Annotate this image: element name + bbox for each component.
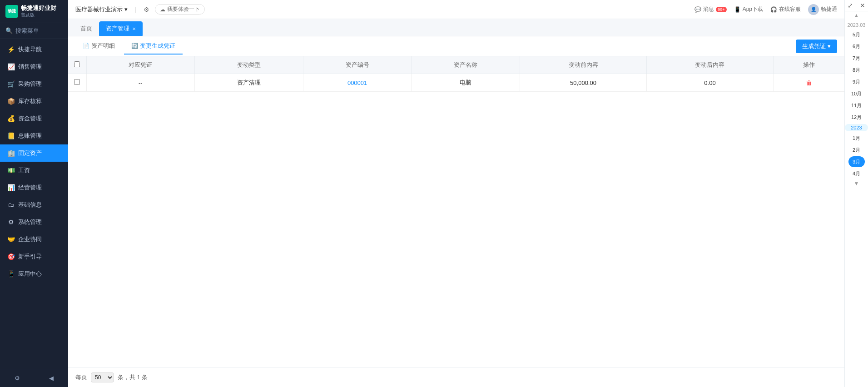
tab-home[interactable]: 首页 — [74, 21, 99, 36]
sidebar-item-app-center[interactable]: 📱 应用中心 — [0, 265, 68, 283]
expand-panel-btn[interactable]: ⤢ — [848, 2, 853, 9]
company-dropdown-icon: ▾ — [124, 6, 128, 13]
month-item-8[interactable]: 8月 — [848, 64, 865, 75]
sales-icon: 📈 — [7, 63, 15, 70]
topbar-gear-icon[interactable]: ⚙ — [144, 6, 149, 13]
generate-btn-dropdown-icon: ▾ — [828, 43, 831, 50]
ops-icon: 📊 — [7, 184, 15, 191]
sidebar-item-label: 销售管理 — [18, 63, 42, 71]
search-label: 搜索菜单 — [15, 27, 39, 35]
sidebar-item-label: 新手引导 — [18, 253, 42, 261]
online-service-btn[interactable]: 🎧 在线客服 — [770, 5, 801, 13]
month-item-10[interactable]: 10月 — [848, 88, 865, 99]
message-icon: 💬 — [694, 6, 701, 13]
tab-home-label: 首页 — [80, 25, 92, 33]
message-btn[interactable]: 💬 消息 99+ — [694, 5, 726, 13]
month-item-9[interactable]: 9月 — [848, 76, 865, 87]
sidebar-item-guide[interactable]: 🎯 新手引导 — [0, 248, 68, 265]
scroll-up-btn[interactable]: ▲ — [853, 11, 860, 20]
settings-footer-icon: ⚙ — [15, 375, 20, 382]
sidebar-item-ops[interactable]: 📊 经营管理 — [0, 179, 68, 196]
sidebar-nav: ⚡ 快捷导航 📈 销售管理 🛒 采购管理 📦 库存核算 💰 资金管理 📒 总账管… — [0, 39, 68, 369]
generate-voucher-btn[interactable]: 生成凭证 ▾ — [796, 40, 837, 53]
collapse-footer-btn[interactable]: ◀ — [45, 373, 57, 383]
topbar-right: 💬 消息 99+ 📱 App下载 🎧 在线客服 👤 畅捷通 — [694, 4, 837, 15]
scroll-down-btn[interactable]: ▼ — [853, 179, 860, 188]
sidebar-item-label: 系统管理 — [18, 218, 42, 226]
sidebar-item-payroll[interactable]: 💵 工资 — [0, 162, 68, 179]
message-label: 消息 — [703, 5, 714, 13]
sub-tab-change-voucher[interactable]: 🔄 变更生成凭证 — [124, 38, 183, 55]
message-badge: 99+ — [716, 7, 726, 12]
sub-tab-asset-detail[interactable]: 📄 资产明细 — [75, 38, 122, 55]
guide-icon: 🎯 — [7, 253, 15, 260]
sidebar-item-label: 库存核算 — [18, 97, 42, 105]
tab-asset-management-label: 资产管理 — [106, 25, 129, 33]
sidebar-item-sales[interactable]: 📈 销售管理 — [0, 58, 68, 75]
tab-asset-management[interactable]: 资产管理 ✕ — [99, 21, 143, 36]
th-asset-name: 资产名称 — [412, 56, 520, 74]
month-item-11[interactable]: 11月 — [848, 100, 865, 111]
close-panel-btn[interactable]: ✕ — [860, 2, 865, 9]
user-avatar-btn[interactable]: 👤 畅捷通 — [808, 4, 837, 15]
tab-close-icon[interactable]: ✕ — [132, 26, 136, 31]
page-size-label: 每页 — [75, 373, 87, 382]
year-2023-marker: 2023 — [845, 124, 868, 131]
table-container: 对应凭证 变动类型 资产编号 资产名称 变动前内容 变动后内容 操作 — [68, 56, 844, 367]
sidebar-item-inventory[interactable]: 📦 库存核算 — [0, 93, 68, 110]
delete-row-btn[interactable]: 🗑 — [806, 79, 812, 86]
row-after-content: 0.00 — [647, 74, 774, 92]
row-checkbox[interactable] — [74, 79, 80, 85]
th-before-content: 变动前内容 — [520, 56, 647, 74]
month-item-7[interactable]: 7月 — [848, 53, 865, 64]
fixed-assets-icon: 🏢 — [7, 149, 15, 157]
sidebar-item-system[interactable]: ⚙ 系统管理 — [0, 213, 68, 231]
payroll-icon: 💵 — [7, 167, 15, 174]
month-item-2023-2[interactable]: 2月 — [848, 144, 865, 155]
page-size-select[interactable]: 10 20 50 100 — [91, 372, 114, 382]
table-row: -- 资产清理 000001 电脑 50,000.00 0.00 🗑 — [68, 74, 844, 92]
sidebar-item-label: 总账管理 — [18, 132, 42, 140]
sub-tabs-left: 📄 资产明细 🔄 变更生成凭证 — [75, 38, 183, 55]
th-asset-code: 资产编号 — [303, 56, 412, 74]
logo-subtitle: 普及版 — [21, 12, 56, 18]
month-item-5[interactable]: 5月 — [848, 29, 865, 40]
ledger-icon: 📒 — [7, 132, 15, 139]
month-item-12[interactable]: 12月 — [848, 112, 865, 123]
row-checkbox-cell — [68, 74, 86, 92]
service-label: 在线客服 — [779, 5, 801, 13]
sidebar-item-funds[interactable]: 💰 资金管理 — [0, 110, 68, 127]
sidebar-item-purchase[interactable]: 🛒 采购管理 — [0, 75, 68, 93]
th-change-type: 变动类型 — [195, 56, 303, 74]
total-count-label: 条，共 1 条 — [118, 373, 148, 382]
row-asset-name: 电脑 — [412, 74, 520, 92]
select-all-checkbox[interactable] — [74, 61, 80, 67]
search-menu[interactable]: 🔍 搜索菜单 — [0, 23, 68, 39]
settings-footer-btn[interactable]: ⚙ — [11, 373, 24, 383]
app-download-btn[interactable]: 📱 App下载 — [734, 5, 763, 13]
quick-nav-icon: ⚡ — [7, 46, 15, 53]
year-marker-top: 2023.03 — [845, 20, 868, 29]
sidebar-item-collab[interactable]: 🤝 企业协同 — [0, 231, 68, 248]
month-item-6[interactable]: 6月 — [848, 41, 865, 52]
sidebar-item-label: 基础信息 — [18, 201, 42, 209]
company-name: 医疗器械行业演示 — [75, 5, 123, 14]
sidebar-logo: 畅捷 畅捷通好业财 普及版 — [0, 0, 68, 23]
sub-tab-asset-detail-label: 资产明细 — [91, 42, 115, 50]
month-item-2023-4[interactable]: 4月 — [848, 168, 865, 179]
avatar: 👤 — [808, 4, 819, 15]
logo-title: 畅捷通好业财 — [21, 5, 56, 12]
sidebar-item-base-info[interactable]: 🗂 基础信息 — [0, 196, 68, 213]
inventory-icon: 📦 — [7, 98, 15, 105]
sub-tab-change-voucher-label: 变更生成凭证 — [140, 42, 175, 50]
experience-btn[interactable]: ☁ 我要体验一下 — [155, 4, 205, 15]
main-area: 医疗器械行业演示 ▾ | ⚙ ☁ 我要体验一下 💬 消息 99+ 📱 App下载… — [68, 0, 844, 387]
sidebar-item-quick-nav[interactable]: ⚡ 快捷导航 — [0, 41, 68, 58]
month-item-2023-1[interactable]: 1月 — [848, 133, 865, 144]
sidebar-item-ledger[interactable]: 📒 总账管理 — [0, 127, 68, 144]
month-item-2023-3[interactable]: 3月 — [848, 156, 865, 167]
service-icon: 🎧 — [770, 6, 777, 13]
company-selector[interactable]: 医疗器械行业演示 ▾ — [75, 5, 128, 14]
search-icon: 🔍 — [5, 27, 13, 34]
sidebar-item-fixed-assets[interactable]: 🏢 固定资产 — [0, 144, 68, 162]
